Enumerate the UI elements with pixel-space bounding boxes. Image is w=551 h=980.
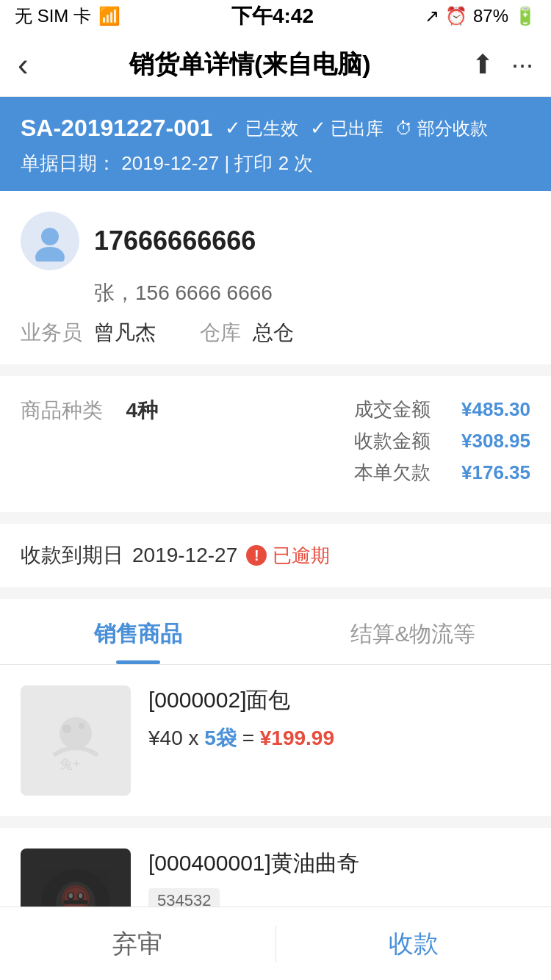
product-qty-1: 5袋 xyxy=(204,727,237,749)
due-date-section: 收款到期日 2019-12-27 ! 已逾期 xyxy=(0,524,551,599)
nav-actions: ⬆ ··· xyxy=(472,49,533,80)
avatar xyxy=(21,212,79,270)
svg-point-13 xyxy=(79,893,82,898)
svg-text:兔+: 兔+ xyxy=(60,757,81,771)
svg-point-1 xyxy=(35,247,65,262)
status-effective: ✓ 已生效 xyxy=(225,117,298,140)
page-title: 销货单详情(来自电脑) xyxy=(129,48,371,82)
location-icon: ↗ xyxy=(425,6,439,26)
status-bar-left: 无 SIM 卡 📶 xyxy=(15,4,120,28)
received-amount-value: ¥308.95 xyxy=(442,430,530,453)
partial-label: 部分收款 xyxy=(417,117,488,140)
order-header-top: SA-20191227-001 ✓ 已生效 ✓ 已出库 ⏱ 部分收款 xyxy=(21,115,530,142)
wifi-icon: 📶 xyxy=(98,6,120,26)
tabs: 销售商品 结算&物流等 xyxy=(0,599,551,664)
alarm-icon: ⏰ xyxy=(445,6,467,26)
svg-point-12 xyxy=(69,893,73,898)
warehouse-label: 仓库 xyxy=(200,319,241,347)
status-partial: ⏱ 部分收款 xyxy=(395,117,488,140)
overdue-badge: ! 已逾期 xyxy=(246,543,330,569)
customer-section: 17666666666 张，156 6666 6666 业务员 曾凡杰 仓库 总… xyxy=(0,191,551,376)
product-item: 兔+ [0000002]面包 ¥40 x 5袋 = ¥199.99 xyxy=(0,665,551,816)
bottom-bar: 弃审 收款 xyxy=(0,907,551,980)
product-name-1: [0000002]面包 xyxy=(148,685,530,716)
sales-value: 曾凡杰 xyxy=(94,319,156,347)
deal-amount-label: 成交金额 xyxy=(354,397,431,422)
time-display: 下午4:42 xyxy=(231,2,314,30)
order-date: 单据日期： 2019-12-27 | 打印 2 次 xyxy=(21,151,530,176)
order-header: SA-20191227-001 ✓ 已生效 ✓ 已出库 ⏱ 部分收款 单据日期：… xyxy=(0,97,551,191)
amount-details: 成交金额 ¥485.30 收款金额 ¥308.95 本单欠款 ¥176.35 xyxy=(354,397,530,491)
svg-rect-14 xyxy=(63,900,87,904)
received-amount-label: 收款金额 xyxy=(354,428,431,454)
carrier-text: 无 SIM 卡 xyxy=(15,4,91,28)
product-count: 商品种类 4种 xyxy=(21,397,158,425)
warehouse-meta: 仓库 总仓 xyxy=(200,319,294,347)
overdue-label: 已逾期 xyxy=(273,543,330,569)
amount-section: 商品种类 4种 成交金额 ¥485.30 收款金额 ¥308.95 本单欠款 ¥… xyxy=(0,376,551,524)
received-amount: 收款金额 ¥308.95 xyxy=(354,428,530,454)
status-bar-right: ↗ ⏰ 87% 🔋 xyxy=(425,6,536,26)
product-count-label: 商品种类 xyxy=(21,399,103,422)
tabs-section: 销售商品 结算&物流等 xyxy=(0,599,551,665)
svg-point-2 xyxy=(60,717,92,749)
battery-text: 87% xyxy=(473,6,508,26)
due-date-value: 2019-12-27 xyxy=(132,544,237,567)
product-info-1: [0000002]面包 ¥40 x 5袋 = ¥199.99 xyxy=(148,685,530,752)
cancel-button[interactable]: 弃审 xyxy=(0,907,276,980)
deal-amount: 成交金额 ¥485.30 xyxy=(354,397,530,422)
svg-point-0 xyxy=(41,228,59,245)
warehouse-value: 总仓 xyxy=(253,319,294,347)
owed-amount-label: 本单欠款 xyxy=(354,460,431,486)
customer-row: 17666666666 xyxy=(21,212,530,270)
due-date-label: 收款到期日 xyxy=(21,541,123,569)
owed-amount-value: ¥176.35 xyxy=(442,461,530,484)
more-icon[interactable]: ··· xyxy=(511,49,533,80)
shipped-label: 已出库 xyxy=(331,117,383,140)
tab-products[interactable]: 销售商品 xyxy=(0,599,276,664)
owed-amount: 本单欠款 ¥176.35 xyxy=(354,460,530,486)
deal-amount-value: ¥485.30 xyxy=(442,398,530,421)
product-price-1: ¥40 x 5袋 = ¥199.99 xyxy=(148,724,530,752)
sales-meta: 业务员 曾凡杰 xyxy=(21,319,156,347)
product-placeholder-icon: 兔+ xyxy=(39,704,112,777)
customer-name: 张，156 6666 6666 xyxy=(21,279,530,307)
clock-icon: ⏱ xyxy=(395,118,413,139)
order-number: SA-20191227-001 xyxy=(21,115,213,142)
customer-id: 17666666666 xyxy=(94,226,256,256)
amount-row: 商品种类 4种 成交金额 ¥485.30 收款金额 ¥308.95 本单欠款 ¥… xyxy=(21,397,530,491)
sales-label: 业务员 xyxy=(21,319,82,347)
product-count-value: 4种 xyxy=(126,399,159,422)
avatar-icon xyxy=(29,220,71,262)
print-info: | 打印 2 次 xyxy=(224,152,313,174)
share-icon[interactable]: ⬆ xyxy=(472,49,494,80)
check-icon-effective: ✓ xyxy=(225,117,241,140)
svg-point-3 xyxy=(62,724,71,733)
product-total-1: ¥199.99 xyxy=(260,727,334,749)
back-button[interactable]: ‹ xyxy=(18,48,29,81)
status-bar: 无 SIM 卡 📶 下午4:42 ↗ ⏰ 87% 🔋 xyxy=(0,0,551,32)
check-icon-shipped: ✓ xyxy=(310,117,326,140)
overdue-icon: ! xyxy=(246,545,267,566)
nav-bar: ‹ 销货单详情(来自电脑) ⬆ ··· xyxy=(0,32,551,97)
tab-settlement[interactable]: 结算&物流等 xyxy=(276,599,551,664)
product-image-1: 兔+ xyxy=(21,685,131,796)
status-shipped: ✓ 已出库 xyxy=(310,117,383,140)
product-name-2: [000400001]黄油曲奇 xyxy=(148,849,530,879)
battery-icon: 🔋 xyxy=(514,6,536,26)
confirm-button[interactable]: 收款 xyxy=(276,907,552,980)
svg-point-4 xyxy=(79,723,84,729)
date-label: 单据日期： xyxy=(21,152,116,174)
customer-meta: 业务员 曾凡杰 仓库 总仓 xyxy=(21,319,530,347)
date-value: 2019-12-27 xyxy=(121,152,219,174)
effective-label: 已生效 xyxy=(245,117,298,140)
